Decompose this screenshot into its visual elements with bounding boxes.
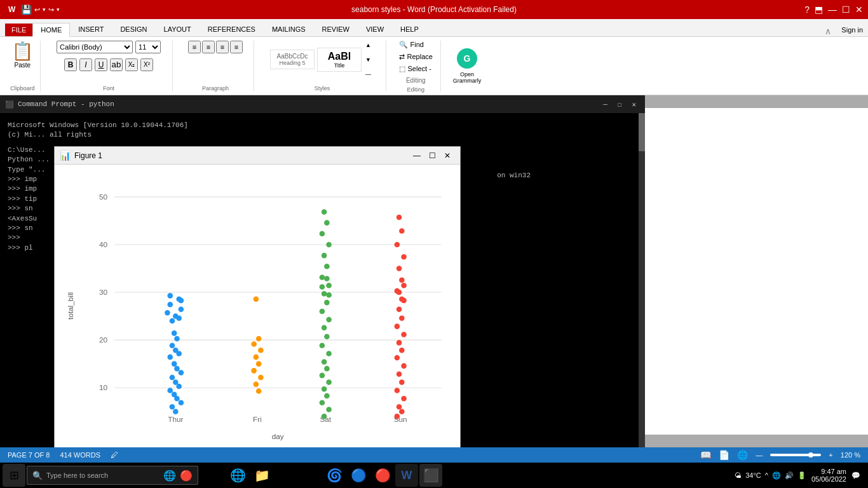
status-bar: PAGE 7 OF 8 414 WORDS 🖊 📖 📄 🌐 — + 120 % [0, 447, 868, 463]
svg-point-97 [397, 371, 402, 377]
svg-point-71 [320, 373, 325, 379]
signin-btn[interactable]: Sign in [836, 24, 868, 36]
strikethrough-btn[interactable]: ab [110, 58, 123, 71]
svg-point-80 [326, 292, 332, 298]
start-button[interactable]: ⊞ [3, 464, 25, 487]
svg-point-33 [176, 384, 182, 390]
tab-file[interactable]: FILE [5, 24, 32, 36]
tab-references[interactable]: REFERENCES [200, 22, 264, 36]
terminal-minimize-btn[interactable]: — [599, 100, 611, 109]
ribbon-tabs: FILE HOME INSERT DESIGN LAYOUT REFERENCE… [0, 19, 868, 37]
svg-point-21 [173, 313, 179, 319]
svg-point-96 [401, 363, 407, 369]
view-web-btn[interactable]: 🌐 [737, 450, 748, 460]
justify-btn[interactable]: ≡ [230, 41, 243, 53]
title-bar-left: W 💾 ↩ ▾ ↪ ▾ [5, 4, 60, 15]
tab-help[interactable]: HELP [392, 22, 427, 36]
notification-btn[interactable]: 💬 [851, 471, 860, 480]
grammarly-btn[interactable]: G Open Grammarly [451, 47, 483, 85]
align-right-btn[interactable]: ≡ [216, 41, 229, 53]
paste-btn[interactable]: 📋 Paste [11, 41, 34, 69]
chevron-icon[interactable]: ^ [765, 471, 768, 479]
zoom-out-btn[interactable]: — [756, 451, 763, 459]
svg-point-38 [170, 404, 175, 410]
view-print-btn[interactable]: 📄 [719, 450, 729, 460]
mail-btn[interactable]: ✉ [275, 464, 297, 487]
align-center-btn[interactable]: ≡ [202, 41, 215, 53]
svg-text:Thur: Thur [168, 415, 183, 423]
figure-maximize-btn[interactable]: ☐ [424, 149, 440, 162]
superscript-btn[interactable]: X² [140, 58, 153, 71]
ribbon-collapse-btn[interactable]: ∧ [825, 26, 831, 36]
minimize-btn[interactable]: — [828, 4, 837, 15]
ribbon-display-icon[interactable]: ⬒ [815, 4, 823, 15]
tab-review[interactable]: REVIEW [314, 22, 358, 36]
view-read-btn[interactable]: 📖 [700, 450, 711, 460]
undo-icon[interactable]: ↩ [34, 6, 40, 14]
store-btn[interactable]: 🛍 [299, 464, 322, 487]
word-logo-icon: W [5, 4, 18, 15]
figure-minimize-btn[interactable]: — [409, 149, 424, 162]
svg-point-44 [256, 336, 262, 342]
file-explorer-btn[interactable]: 📁 [250, 464, 273, 487]
paste-group: 📋 Paste Clipboard [5, 41, 41, 92]
terminal-taskbar-btn[interactable]: ⬛ [419, 464, 442, 487]
terminal-close-btn[interactable]: ✕ [628, 100, 640, 109]
tab-insert[interactable]: INSERT [70, 22, 112, 36]
tab-mailings[interactable]: MAILINGS [264, 22, 314, 36]
edge2-btn[interactable]: 🌀 [323, 464, 346, 487]
close-btn[interactable]: ✕ [855, 4, 863, 15]
undo-dropdown-icon[interactable]: ▾ [43, 6, 46, 13]
settings-taskbar-btn[interactable]: ⚙ [444, 464, 466, 487]
svg-point-93 [397, 340, 402, 346]
customize-icon[interactable]: ▾ [57, 6, 60, 13]
svg-point-56 [326, 242, 332, 248]
select-btn[interactable]: ⬚ Select - [397, 64, 435, 74]
paragraph-group: ≡ ≡ ≡ ≡ Paragraph [178, 41, 254, 92]
zoom-slider[interactable] [770, 454, 821, 456]
style-heading5[interactable]: AaBbCcDc Heading 5 [270, 50, 315, 69]
zoom-in-btn[interactable]: + [829, 451, 832, 459]
svg-point-100 [401, 396, 407, 402]
find-btn[interactable]: 🔍 Find [397, 39, 435, 50]
font-family-select[interactable]: Calibri (Body) [57, 41, 133, 53]
track-changes-icon[interactable]: 🖊 [111, 451, 118, 459]
volume-icon[interactable]: 🔊 [785, 471, 794, 480]
task-view-btn[interactable]: ⧉ [202, 464, 225, 487]
font-group-label: Font [103, 85, 114, 92]
style-title[interactable]: AaBl Title [317, 48, 362, 72]
edge-btn[interactable]: 🌐 [226, 464, 249, 487]
chrome-btn[interactable]: 🔴 [371, 464, 394, 487]
styles-expand-btn[interactable]: ▲ ▼ — [364, 41, 374, 79]
terminal-scrollbar[interactable] [639, 113, 645, 447]
replace-btn[interactable]: ⇄ Replace [397, 51, 435, 62]
tab-view[interactable]: VIEW [358, 22, 392, 36]
tab-layout[interactable]: LAYOUT [156, 22, 200, 36]
clock[interactable]: 9:47 am 05/06/2022 [811, 468, 846, 483]
svg-point-23 [179, 307, 184, 313]
bold-btn[interactable]: B [64, 58, 77, 71]
italic-btn[interactable]: I [79, 58, 92, 71]
terminal-maximize-btn[interactable]: ☐ [614, 100, 626, 109]
font-size-select[interactable]: 11 [135, 41, 161, 53]
search-bar[interactable]: 🔍 Type here to search 🌐 🔴 [27, 466, 198, 485]
tab-home[interactable]: HOME [32, 23, 70, 37]
help-icon[interactable]: ? [804, 4, 810, 15]
tab-design[interactable]: DESIGN [112, 22, 155, 36]
save-icon[interactable]: 💾 [21, 4, 32, 15]
network-icon[interactable]: 🌐 [772, 471, 781, 480]
weather-icon: 🌤 [735, 471, 742, 479]
maximize-btn[interactable]: ☐ [842, 4, 850, 15]
browser2-btn[interactable]: 🔵 [347, 464, 370, 487]
align-left-btn[interactable]: ≡ [188, 41, 201, 53]
svg-point-94 [399, 348, 405, 353]
svg-point-61 [322, 291, 327, 297]
styles-up-icon: ▲ [365, 42, 371, 48]
title-preview: AaBl [323, 51, 356, 62]
editing-status: Editing [406, 77, 426, 84]
word-taskbar-btn[interactable]: W [395, 464, 418, 487]
underline-btn[interactable]: U [95, 58, 107, 71]
redo-icon[interactable]: ↪ [48, 6, 54, 14]
subscript-btn[interactable]: X₂ [125, 58, 138, 71]
figure-close-btn[interactable]: ✕ [440, 149, 455, 162]
